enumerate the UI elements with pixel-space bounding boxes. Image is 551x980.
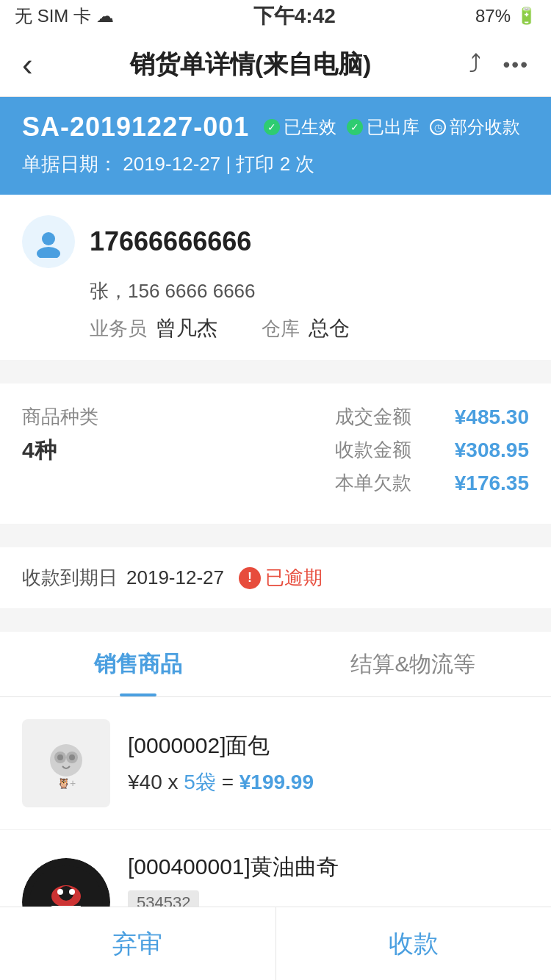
- overdue-section: 收款到期日 2019-12-27 ! 已逾期: [0, 547, 551, 608]
- stats-right: 成交金额 ¥485.30 收款金额 ¥308.95 本单欠款 ¥176.35: [335, 404, 529, 503]
- print-info: | 打印 2 次: [226, 153, 314, 175]
- svg-point-11: [57, 889, 63, 895]
- battery-text: 87%: [475, 6, 511, 26]
- product-multiply-1: x: [168, 771, 184, 793]
- check-icon-1: ✓: [264, 119, 280, 135]
- share-icon[interactable]: ⤴: [469, 50, 481, 79]
- date-label: 单据日期：: [22, 153, 118, 175]
- nav-bar: ‹ 销货单详情(来自电脑) ⤴ •••: [0, 32, 551, 97]
- avatar: [22, 215, 75, 268]
- badge-partial: ◷ 部分收款: [430, 115, 520, 139]
- overdue-label: 收款到期日: [22, 565, 118, 591]
- product-qty-1: 5袋: [184, 771, 216, 793]
- status-bar-time: 下午4:42: [253, 2, 336, 30]
- badge-shipped: ✓ 已出库: [347, 115, 419, 139]
- page-title: 销货单详情(来自电脑): [130, 48, 372, 82]
- salesperson-label: 业务员: [90, 316, 147, 342]
- more-icon[interactable]: •••: [503, 53, 529, 76]
- order-badges: ✓ 已生效 ✓ 已出库 ◷ 部分收款: [264, 115, 520, 139]
- product-price-1: ¥40 x 5袋 = ¥199.99: [128, 768, 529, 796]
- tab-products[interactable]: 销售商品: [0, 632, 276, 696]
- deal-amount-row: 成交金额 ¥485.30: [335, 404, 529, 430]
- order-id: SA-20191227-001: [22, 112, 249, 143]
- tabs-container: 销售商品 结算&物流等: [0, 632, 551, 697]
- overdue-badge-text: 已逾期: [265, 565, 323, 591]
- order-date: 2019-12-27: [123, 153, 220, 175]
- bottom-bar: 弃审 收款: [0, 907, 551, 980]
- received-amount-label: 收款金额: [335, 437, 411, 463]
- badge-active: ✓ 已生效: [264, 115, 336, 139]
- debt-value: ¥176.35: [426, 472, 529, 495]
- customer-main-row: 17666666666: [22, 215, 529, 268]
- customer-name-phone: 张，156 6666 6666: [22, 278, 529, 304]
- debt-row: 本单欠款 ¥176.35: [335, 470, 529, 496]
- svg-text:🦉+: 🦉+: [57, 777, 76, 790]
- overdue-badge: ! 已逾期: [239, 565, 323, 591]
- check-icon-2: ✓: [347, 119, 363, 135]
- divider-2: [0, 536, 551, 547]
- svg-point-5: [57, 754, 63, 760]
- debt-label: 本单欠款: [335, 470, 411, 496]
- abandon-review-button[interactable]: 弃审: [0, 907, 276, 980]
- customer-section: 17666666666 张，156 6666 6666 业务员 曾凡杰 仓库 总…: [0, 195, 551, 360]
- stats-section: 商品种类 4种 成交金额 ¥485.30 收款金额 ¥308.95 本单欠款 ¥…: [0, 383, 551, 524]
- product-type-value: 4种: [22, 436, 98, 466]
- collect-payment-label: 收款: [389, 927, 439, 961]
- product-item-1: 🦉+ [0000002]面包 ¥40 x 5袋 = ¥199.99: [0, 697, 551, 830]
- warehouse-item: 仓库 总仓: [262, 314, 350, 342]
- overdue-warning-icon: !: [239, 567, 261, 589]
- svg-point-12: [69, 889, 75, 895]
- product-base-price-1: ¥40: [128, 771, 162, 793]
- order-date-row: 单据日期： 2019-12-27 | 打印 2 次: [22, 151, 529, 177]
- tab-products-label: 销售商品: [94, 649, 182, 680]
- svg-point-0: [42, 232, 55, 245]
- no-sim-text: 无 SIM 卡 ☁: [15, 4, 114, 28]
- status-bar: 无 SIM 卡 ☁ 下午4:42 87% 🔋: [0, 0, 551, 32]
- customer-phone: 17666666666: [90, 226, 251, 257]
- tab-settlement-label: 结算&物流等: [350, 649, 475, 680]
- received-amount-value: ¥308.95: [426, 439, 529, 462]
- stats-left: 商品种类 4种: [22, 404, 98, 466]
- status-bar-left: 无 SIM 卡 ☁: [15, 4, 114, 28]
- divider-3: [0, 620, 551, 632]
- collect-payment-button[interactable]: 收款: [276, 907, 552, 980]
- product-name-1: [0000002]面包: [128, 731, 529, 761]
- salesperson-value: 曾凡杰: [156, 314, 217, 342]
- product-total-1: ¥199.99: [240, 771, 314, 793]
- nav-actions: ⤴ •••: [469, 50, 529, 79]
- deal-amount-value: ¥485.30: [426, 406, 529, 429]
- warehouse-label: 仓库: [262, 316, 300, 342]
- badge-active-text: 已生效: [284, 115, 336, 139]
- svg-point-6: [69, 754, 75, 760]
- badge-shipped-text: 已出库: [367, 115, 419, 139]
- warehouse-value: 总仓: [309, 314, 350, 342]
- tab-settlement[interactable]: 结算&物流等: [276, 632, 551, 696]
- divider-1: [0, 372, 551, 383]
- svg-point-2: [50, 744, 82, 777]
- salesperson-item: 业务员 曾凡杰: [90, 314, 217, 342]
- back-button[interactable]: ‹: [22, 46, 33, 83]
- abandon-review-label: 弃审: [112, 927, 162, 961]
- svg-point-1: [37, 247, 60, 258]
- product-type-label: 商品种类: [22, 404, 98, 430]
- product-equals-1: =: [222, 771, 240, 793]
- deal-amount-label: 成交金额: [335, 404, 411, 430]
- status-bar-right: 87% 🔋: [475, 6, 536, 26]
- badge-partial-text: 部分收款: [450, 115, 520, 139]
- order-header: SA-20191227-001 ✓ 已生效 ✓ 已出库 ◷ 部分收款 单据日期：…: [0, 97, 551, 195]
- customer-meta: 业务员 曾凡杰 仓库 总仓: [22, 314, 529, 342]
- product-info-1: [0000002]面包 ¥40 x 5袋 = ¥199.99: [128, 731, 529, 796]
- clock-icon: ◷: [430, 119, 446, 135]
- overdue-date: 2019-12-27: [126, 566, 224, 589]
- product-name-2: [000400001]黄油曲奇: [128, 852, 529, 882]
- received-amount-row: 收款金额 ¥308.95: [335, 437, 529, 463]
- product-thumb-1: 🦉+: [22, 719, 110, 807]
- battery-icon: 🔋: [516, 7, 536, 26]
